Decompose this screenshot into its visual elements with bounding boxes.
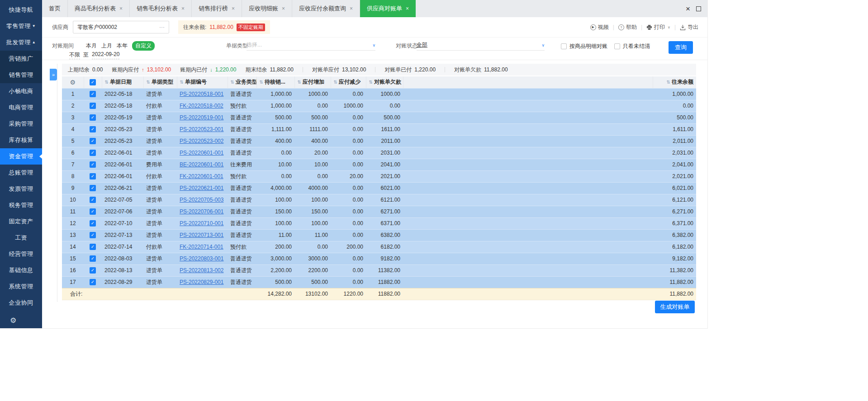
detail-reconcile-checkbox[interactable]: 按商品明细对账 [561,42,607,50]
column-header[interactable]: ⇅业务类型 [228,76,256,88]
tab-item[interactable]: 应收明细账× [242,0,292,17]
print-button[interactable]: 打印 ∨ [646,24,670,31]
column-header[interactable]: ⇅单据类型 [143,76,177,88]
doc-link[interactable]: PS-20220829-001 [180,279,223,285]
doc-link[interactable]: BE-20220601-001 [180,161,223,168]
row-checkbox[interactable]: ✓ [90,208,96,215]
table-row[interactable]: 13✓2022-07-13进货单PS-20220713-001普通进货11.00… [62,229,696,241]
tab-close-icon[interactable]: × [406,5,409,12]
sidebar-item[interactable]: 电商管理 [0,99,42,116]
table-row[interactable]: 5✓2022-05-23进货单PS-20220523-002普通进货400.00… [62,135,696,147]
sidebar-item[interactable]: 税务管理 [0,197,42,213]
row-checkbox[interactable]: ✓ [90,161,96,168]
row-checkbox[interactable]: ✓ [90,255,96,262]
range-end-date[interactable]: 2022-09-20 [92,51,119,59]
doc-link[interactable]: PS-20220803-001 [180,255,223,262]
column-settings[interactable]: ⚙ [62,76,84,88]
doc-link[interactable]: FK-20220601-001 [180,173,223,179]
tab-close-icon[interactable]: × [181,5,185,12]
tab-item[interactable]: 销售毛利分析表× [130,0,192,17]
tab-close-icon[interactable]: × [232,5,235,12]
sidebar-item[interactable]: 快捷导航 [0,2,42,18]
table-row[interactable]: 16✓2022-08-13进货单PS-20220813-002普通进货2,200… [62,264,696,276]
period-option-this-year[interactable]: 本年 [117,42,128,50]
column-header[interactable]: ⇅往来余额 [653,76,696,88]
sidebar-item[interactable]: 销售管理 [0,67,42,83]
more-icon[interactable]: ··· [159,24,165,30]
tab-item[interactable]: 销售排行榜× [192,0,242,17]
sidebar-item[interactable]: 营销推广 [0,51,42,67]
settings-gear-icon[interactable]: ⚙ [10,316,16,325]
table-row[interactable]: 10✓2022-07-05进货单PS-20220705-003普通进货100.0… [62,194,696,206]
column-header[interactable]: ⇅单据编号 [177,76,228,88]
tab-active[interactable]: 供应商对账单× [360,0,416,17]
maximize-icon[interactable] [696,6,701,11]
row-checkbox[interactable]: ✓ [90,91,96,97]
row-checkbox[interactable]: ✓ [90,185,96,191]
tab-close-icon[interactable]: × [119,5,123,12]
table-row[interactable]: 7✓2022-06-01费用单BE-20220601-001往来费用10.001… [62,159,696,170]
column-header[interactable]: ⇅对账单欠款 [366,76,403,88]
doc-link[interactable]: PS-20220813-002 [180,267,223,274]
sidebar-item[interactable]: 批发管理▲ [0,34,42,51]
doc-link[interactable]: PS-20220601-001 [180,150,223,156]
doc-link[interactable]: PS-20220710-001 [180,220,223,226]
column-header[interactable]: ⇅单据日期 [102,76,143,88]
row-checkbox[interactable]: ✓ [90,150,96,156]
tab-close-icon[interactable]: × [350,5,353,12]
row-checkbox[interactable]: ✓ [90,103,96,109]
period-option-this-month[interactable]: 本月 [86,42,97,50]
table-row[interactable]: 6✓2022-06-01进货单PS-20220601-001普通进货0.0020… [62,147,696,159]
doc-link[interactable]: FK-20220714-001 [180,244,223,250]
row-checkbox[interactable]: ✓ [90,114,96,121]
help-button[interactable]: ? 帮助 [618,24,637,31]
row-checkbox[interactable]: ✓ [90,232,96,238]
sidebar-item[interactable]: 发票管理 [0,181,42,197]
table-row[interactable]: 4✓2022-05-23进货单PS-20220523-001普通进货1,111.… [62,123,696,135]
sidebar-item[interactable]: 经营管理 [0,246,42,262]
unsettled-only-checkbox[interactable]: 只看未结清 [614,42,650,50]
sidebar-item[interactable]: 固定资产 [0,213,42,230]
doc-link[interactable]: PS-20220705-003 [180,197,223,203]
table-row[interactable]: 17✓2022-08-29进货单PS-20220829-001普通进货500.0… [62,276,696,288]
tab-close-icon[interactable]: × [282,5,285,12]
sidebar-item[interactable]: 零售管理▼ [0,18,42,34]
row-checkbox[interactable]: ✓ [90,126,96,132]
doc-link[interactable]: FK-20220518-002 [180,103,223,109]
close-icon[interactable]: × [686,5,690,13]
sidebar-item[interactable]: 库存核算 [0,132,42,148]
doc-link[interactable]: PS-20220523-002 [180,138,223,144]
table-row[interactable]: 8✓2022-06-01付款单FK-20220601-001预付款0.000.0… [62,170,696,182]
row-checkbox[interactable]: ✓ [90,138,96,144]
tab-item[interactable]: 商品毛利分析表× [68,0,130,17]
table-row[interactable]: 15✓2022-08-03进货单PS-20220803-001普通进货3,000… [62,253,696,264]
doc-link[interactable]: PS-20220713-001 [180,232,223,238]
tab-item[interactable]: 应收应付余额查询× [292,0,360,17]
column-header[interactable]: ⇅待核销... [256,76,294,88]
sidebar-item[interactable]: 工资 [0,230,42,246]
tab-item[interactable]: 首页 [42,0,68,17]
select-all-checkbox[interactable]: ✓ [90,79,96,85]
sidebar-item[interactable]: 采购管理 [0,116,42,132]
row-checkbox[interactable]: ✓ [90,197,96,203]
status-select[interactable]: 全部 ∨ [417,40,545,51]
sidebar-item[interactable]: 基础信息 [0,262,42,278]
video-button[interactable]: ▶ 视频 [590,24,609,31]
doc-link[interactable]: PS-20220621-001 [180,185,223,191]
doc-link[interactable]: PS-20220706-001 [180,208,223,215]
table-row[interactable]: 1✓2022-05-18进货单PS-20220518-001普通进货1,000.… [62,88,696,100]
generate-statement-button[interactable]: 生成对账单 [655,301,695,313]
doc-link[interactable]: PS-20220519-001 [180,114,223,121]
sidebar-item[interactable]: 总账管理 [0,165,42,181]
row-checkbox[interactable]: ✓ [90,279,96,285]
export-button[interactable]: 导出 [680,24,698,31]
column-header[interactable]: ⇅应付增加 [294,76,331,88]
sidebar-item[interactable]: 企业协同 [0,295,42,311]
table-row[interactable]: 2✓2022-05-18付款单FK-20220518-002预付款1,000.0… [62,100,696,112]
table-row[interactable]: 9✓2022-06-21进货单PS-20220621-001普通进货4,000.… [62,182,696,194]
supplier-input[interactable]: 零散客户000002 ··· [73,21,169,33]
table-row[interactable]: 11✓2022-07-06进货单PS-20220706-001普通进货150.0… [62,206,696,217]
sidebar-item[interactable]: 系统管理 [0,278,42,295]
doc-link[interactable]: PS-20220523-001 [180,126,223,132]
table-row[interactable]: 3✓2022-05-19进货单PS-20220519-001普通进货500.00… [62,112,696,123]
